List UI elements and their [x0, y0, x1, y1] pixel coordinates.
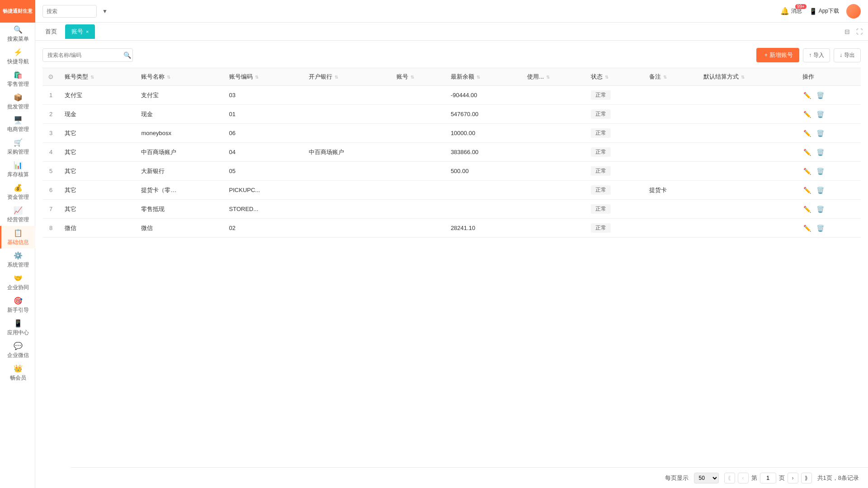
- page-size-select[interactable]: 50 100 200: [694, 473, 719, 483]
- cell-account: [391, 105, 445, 124]
- cell-usage: [522, 105, 585, 124]
- cell-usage: [522, 162, 585, 181]
- next-page-button[interactable]: ›: [788, 473, 798, 483]
- th-usage[interactable]: 使用...⇅: [522, 68, 585, 86]
- edit-button[interactable]: ✏️: [802, 186, 812, 195]
- sidebar-item-14[interactable]: 💬企业微信: [0, 339, 35, 361]
- delete-button[interactable]: 🗑️: [816, 186, 825, 195]
- th-remark[interactable]: 备注⇅: [644, 68, 698, 86]
- cell-no: 6: [42, 181, 59, 200]
- th-name[interactable]: 账号名称⇅: [136, 68, 223, 86]
- action-icons: ✏️ 🗑️: [802, 186, 855, 195]
- edit-button[interactable]: ✏️: [802, 224, 812, 233]
- cell-default-payment: [698, 86, 797, 105]
- edit-button[interactable]: ✏️: [802, 205, 812, 214]
- sidebar-item-13[interactable]: 📱应用中心: [0, 316, 35, 339]
- cell-type: 其它: [59, 162, 136, 181]
- import-button[interactable]: ↑ 导入: [803, 48, 830, 62]
- edit-button[interactable]: ✏️: [802, 148, 812, 157]
- sidebar-item-2[interactable]: 🛍️零售管理: [0, 68, 35, 90]
- tab-account-label: 账号: [71, 28, 83, 36]
- sidebar-item-12[interactable]: 🎯新手引导: [0, 294, 35, 316]
- export-button[interactable]: ↓ 导出: [834, 48, 861, 62]
- status-badge: 正常: [591, 223, 611, 233]
- cell-code: 02: [224, 219, 303, 238]
- delete-button[interactable]: 🗑️: [816, 205, 825, 214]
- edit-button[interactable]: ✏️: [802, 110, 812, 119]
- app-icon: 📱: [809, 8, 817, 15]
- sidebar-item-9[interactable]: 📋基础信息: [0, 226, 35, 249]
- header-dropdown[interactable]: ▼: [102, 8, 108, 14]
- add-account-button[interactable]: + 新增账号: [756, 48, 799, 62]
- header-search-input[interactable]: [42, 5, 97, 18]
- edit-button[interactable]: ✏️: [802, 129, 812, 138]
- delete-button[interactable]: 🗑️: [816, 129, 825, 138]
- cell-code: 05: [224, 162, 303, 181]
- edit-button[interactable]: ✏️: [802, 167, 812, 176]
- message-badge: 99+: [795, 4, 807, 9]
- cell-status: 正常: [585, 86, 644, 105]
- delete-button[interactable]: 🗑️: [816, 167, 825, 176]
- sidebar-item-4[interactable]: 🖥️电商管理: [0, 113, 35, 136]
- delete-button[interactable]: 🗑️: [816, 91, 825, 100]
- cell-status: 正常: [585, 162, 644, 181]
- sidebar-icon-8: 📈: [14, 206, 23, 215]
- sidebar-item-1[interactable]: ⚡快捷导航: [0, 45, 35, 68]
- sidebar-label-12: 新手引导: [7, 306, 29, 314]
- th-default-payment[interactable]: 默认结算方式⇅: [698, 68, 797, 86]
- edit-button[interactable]: ✏️: [802, 91, 812, 100]
- cell-status: 正常: [585, 143, 644, 162]
- th-code[interactable]: 账号编码⇅: [224, 68, 303, 86]
- table-row: 7 其它 零售抵现 STORED... 正常 ✏️ 🗑️: [42, 200, 861, 219]
- cell-balance: [445, 200, 522, 219]
- search-input[interactable]: [43, 49, 120, 61]
- th-balance[interactable]: 最新余额⇅: [445, 68, 522, 86]
- sidebar-label-5: 采购管理: [7, 148, 29, 156]
- sidebar-item-3[interactable]: 📦批发管理: [0, 90, 35, 113]
- sidebar-item-0[interactable]: 🔍搜索菜单: [0, 23, 35, 45]
- tab-bar: 首页 账号 × ⊟ ⛶: [35, 23, 868, 41]
- last-page-button[interactable]: ⟫: [801, 473, 812, 483]
- sidebar: 畅捷通财生意 🔍搜索菜单⚡快捷导航🛍️零售管理📦批发管理🖥️电商管理🛒采购管理📊…: [0, 0, 35, 488]
- toolbar: 🔍 + 新增账号 ↑ 导入 ↓ 导出: [42, 48, 861, 62]
- delete-button[interactable]: 🗑️: [816, 110, 825, 119]
- delete-button[interactable]: 🗑️: [816, 148, 825, 157]
- page-end-label: 页: [779, 474, 785, 482]
- prev-page-button[interactable]: ‹: [738, 473, 749, 483]
- settings-icon[interactable]: ⚙: [48, 73, 54, 80]
- th-settings[interactable]: ⚙: [42, 68, 59, 86]
- th-bank[interactable]: 开户银行⇅: [303, 68, 391, 86]
- cell-default-payment: [698, 200, 797, 219]
- cell-name: 零售抵现: [136, 200, 223, 219]
- sidebar-item-8[interactable]: 📈经营管理: [0, 203, 35, 226]
- tab-minimize-icon[interactable]: ⊟: [843, 26, 852, 37]
- sidebar-item-6[interactable]: 📊库存核算: [0, 158, 35, 181]
- tab-expand-icon[interactable]: ⛶: [854, 26, 864, 37]
- delete-button[interactable]: 🗑️: [816, 224, 825, 233]
- first-page-button[interactable]: ⟪: [724, 473, 735, 483]
- brand-logo: 畅捷通财生意: [0, 0, 35, 23]
- cell-bank: [303, 124, 391, 143]
- sidebar-item-15[interactable]: 👑畅会员: [0, 361, 35, 384]
- page-number-input[interactable]: [760, 473, 776, 483]
- sidebar-icon-12: 🎯: [14, 296, 23, 305]
- sidebar-item-10[interactable]: ⚙️系统管理: [0, 249, 35, 271]
- cell-code: 04: [224, 143, 303, 162]
- tab-close-icon[interactable]: ×: [86, 29, 89, 34]
- cell-type: 支付宝: [59, 86, 136, 105]
- sidebar-item-5[interactable]: 🛒采购管理: [0, 136, 35, 158]
- tab-account[interactable]: 账号 ×: [65, 24, 95, 39]
- user-avatar[interactable]: [846, 4, 861, 19]
- cell-account: [391, 162, 445, 181]
- app-download-button[interactable]: 📱 App下载: [809, 7, 839, 15]
- page-nav: ⟪ ‹ 第 页 › ⟫: [724, 473, 812, 483]
- th-type[interactable]: 账号类型⇅: [59, 68, 136, 86]
- message-button[interactable]: 🔔 消息 99+: [780, 7, 802, 15]
- sidebar-item-7[interactable]: 💰资金管理: [0, 181, 35, 203]
- tab-home[interactable]: 首页: [39, 24, 63, 39]
- search-button[interactable]: 🔍: [120, 49, 133, 61]
- cell-actions: ✏️ 🗑️: [797, 86, 861, 105]
- th-account[interactable]: 账号⇅: [391, 68, 445, 86]
- th-status[interactable]: 状态⇅: [585, 68, 644, 86]
- sidebar-item-11[interactable]: 🤝企业协同: [0, 271, 35, 294]
